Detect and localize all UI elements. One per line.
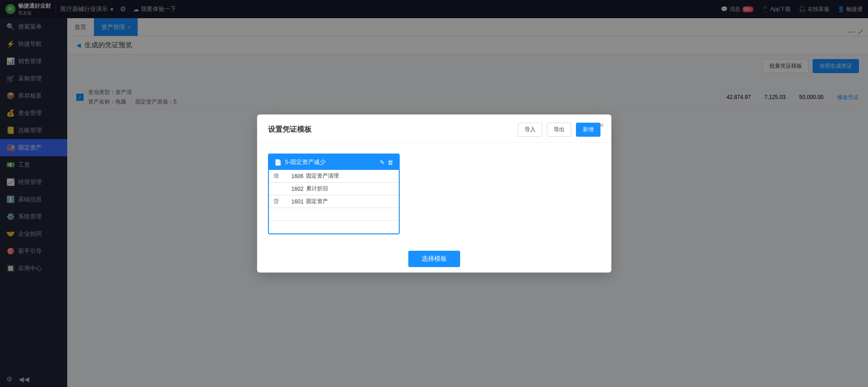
- credit-code-1: 1601: [292, 198, 304, 205]
- debit-label-1: 借: [273, 172, 292, 180]
- debit-code-1: 1606: [292, 173, 304, 179]
- export-btn[interactable]: 导出: [547, 123, 571, 137]
- modal-header-actions: 导入 导出 新增: [518, 123, 600, 137]
- template-header-actions: ✎ 🗑: [380, 159, 393, 166]
- credit-line-1: 贷 1601 固定资产: [269, 195, 399, 208]
- modal-header: 设置凭证模板 导入 导出 新增 ×: [257, 114, 611, 143]
- import-btn[interactable]: 导入: [518, 123, 542, 137]
- template-name: 5-固定资产减少: [285, 158, 376, 166]
- select-template-btn[interactable]: 选择模板: [408, 251, 460, 267]
- debit-name-1: 固定资产清理: [306, 172, 339, 180]
- debit-line-2: 1602 累计折旧: [269, 183, 399, 195]
- template-card-body: 借 1606 固定资产清理 1602 累计折旧 贷 1601 固定资产: [269, 170, 399, 233]
- empty-row-1: [269, 208, 399, 221]
- modal-close-btn[interactable]: ×: [599, 121, 604, 130]
- template-doc-icon: 📄: [274, 159, 282, 166]
- new-btn[interactable]: 新增: [576, 123, 600, 137]
- template-card-header: 📄 5-固定资产减少 ✎ 🗑: [269, 154, 399, 170]
- credit-label-1: 贷: [273, 198, 292, 205]
- template-edit-icon[interactable]: ✎: [380, 159, 385, 166]
- modal-title: 设置凭证模板: [268, 125, 312, 134]
- debit-code-2: 1602: [292, 186, 304, 192]
- template-modal: 设置凭证模板 导入 导出 新增 × 📄 5-固定资产减少 ✎ 🗑: [257, 114, 611, 273]
- modal-body: 📄 5-固定资产减少 ✎ 🗑 借 1606 固定资产清理 1602: [257, 143, 611, 245]
- modal-footer: 选择模板: [257, 245, 611, 273]
- modal-overlay: 设置凭证模板 导入 导出 新增 × 📄 5-固定资产减少 ✎ 🗑: [0, 0, 868, 387]
- template-delete-icon[interactable]: 🗑: [387, 159, 393, 166]
- debit-name-2: 累计折旧: [306, 185, 328, 193]
- template-card: 📄 5-固定资产减少 ✎ 🗑 借 1606 固定资产清理 1602: [268, 154, 400, 234]
- credit-name-1: 固定资产: [306, 198, 328, 205]
- debit-line-1: 借 1606 固定资产清理: [269, 170, 399, 183]
- empty-row-2: [269, 221, 399, 233]
